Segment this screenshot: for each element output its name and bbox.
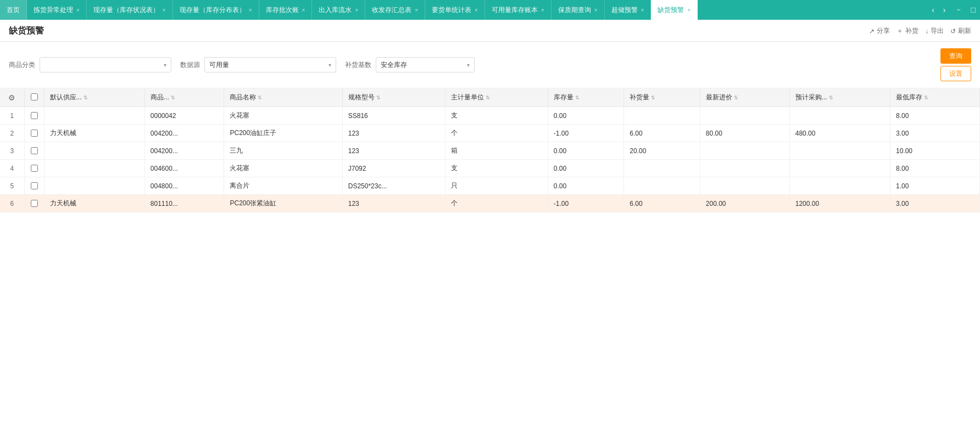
row-checkbox[interactable] xyxy=(31,165,38,172)
row-spec: 123 xyxy=(342,125,445,142)
table-body: 10000042火花塞SS816支0.008.002力天机械004200...P… xyxy=(0,107,980,212)
row-checkbox[interactable] xyxy=(31,147,38,154)
tab-collect-summary[interactable]: 收发存汇总表 × xyxy=(365,0,425,20)
tab-next-button[interactable]: › xyxy=(939,5,950,14)
table-row: 6力天机械801110...PC200张紧油缸123个-1.006.00200.… xyxy=(0,195,980,212)
row-checkbox[interactable] xyxy=(31,130,38,137)
tab-shortage[interactable]: 缺货预警 × xyxy=(651,0,698,20)
col-header-replenish-qty[interactable]: 补货量 ⇅ xyxy=(624,88,700,107)
category-select[interactable]: ▾ xyxy=(40,57,171,72)
tab-close-batch-account[interactable]: × xyxy=(302,7,305,13)
row-unit: 箱 xyxy=(445,142,548,160)
export-button[interactable]: ↓ 导出 xyxy=(925,26,944,36)
row-default-supplier xyxy=(44,142,144,160)
replenish-base-select[interactable]: 安全库存 ▾ xyxy=(376,57,475,72)
row-min-stock: 8.00 xyxy=(890,107,980,125)
tab-stock-dist[interactable]: 现存量（库存分布表） × xyxy=(173,0,259,20)
tab-close-order-stats[interactable]: × xyxy=(475,7,478,13)
row-product-code: 801110... xyxy=(144,195,224,212)
tab-inout-flow[interactable]: 出入库流水 × xyxy=(312,0,365,20)
sort-icon-supplier: ⇅ xyxy=(83,95,88,100)
datasource-select-value: 可用量 xyxy=(209,60,229,70)
tab-overstock[interactable]: 超储预警 × xyxy=(605,0,652,20)
row-replenish-qty xyxy=(624,177,700,195)
tab-close-collect-summary[interactable]: × xyxy=(415,7,418,13)
row-index: 2 xyxy=(0,125,24,142)
col-header-stock-qty[interactable]: 库存量 ⇅ xyxy=(548,88,623,107)
gear-icon[interactable]: ⚙ xyxy=(8,93,15,102)
tab-expiry-query[interactable]: 保质期查询 × xyxy=(552,0,605,20)
replenish-base-chevron-icon: ▾ xyxy=(467,62,470,68)
header-actions: ↗ 分享 ＋ 补货 ↓ 导出 ↺ 刷新 xyxy=(869,26,971,36)
row-latest-price: 200.00 xyxy=(700,195,789,212)
row-spec: 123 xyxy=(342,195,445,212)
datasource-label: 数据源 xyxy=(180,60,200,70)
row-checkbox-cell xyxy=(24,195,44,212)
export-icon: ↓ xyxy=(925,27,928,35)
row-spec: DS250*23c... xyxy=(342,177,445,195)
tab-available-ledger[interactable]: 可用量库存账本 × xyxy=(485,0,552,20)
tab-close-available-ledger[interactable]: × xyxy=(541,7,544,13)
sort-icon-product-name: ⇅ xyxy=(258,95,262,100)
row-min-stock: 10.00 xyxy=(890,142,980,160)
row-checkbox[interactable] xyxy=(31,112,38,119)
row-checkbox[interactable] xyxy=(31,182,38,189)
tab-close-overstock[interactable]: × xyxy=(641,7,644,13)
tab-close-stock-dist[interactable]: × xyxy=(249,7,252,13)
share-button[interactable]: ↗ 分享 xyxy=(869,26,890,36)
row-min-stock: 3.00 xyxy=(890,125,980,142)
row-default-supplier xyxy=(44,107,144,125)
tab-stock-status[interactable]: 现存量（库存状况表） × xyxy=(87,0,173,20)
row-checkbox[interactable] xyxy=(31,200,38,207)
tab-close-shortage[interactable]: × xyxy=(687,7,691,13)
row-checkbox-cell xyxy=(24,107,44,125)
col-header-estimated-purchase[interactable]: 预计采购... ⇅ xyxy=(789,88,890,107)
col-header-product-name[interactable]: 商品名称 ⇅ xyxy=(224,88,342,107)
replenish-base-label: 补货基数 xyxy=(345,60,371,70)
tab-close-exception[interactable]: × xyxy=(76,7,80,13)
row-stock-qty: 0.00 xyxy=(548,160,623,177)
col-header-spec[interactable]: 规格型号 ⇅ xyxy=(342,88,445,107)
tab-order-stats[interactable]: 要货单统计表 × xyxy=(425,0,485,20)
sort-icon-latest-price: ⇅ xyxy=(734,95,738,100)
table-header-row: ⚙ 默认供应... ⇅ 商品 xyxy=(0,88,980,107)
refresh-button[interactable]: ↺ 刷新 xyxy=(950,26,971,36)
row-product-name: 离合片 xyxy=(224,177,342,195)
row-estimated-purchase: 480.00 xyxy=(789,125,890,142)
col-header-min-stock[interactable]: 最低库存 ⇅ xyxy=(890,88,980,107)
page-header: 缺货预警 ↗ 分享 ＋ 补货 ↓ 导出 ↺ 刷新 xyxy=(0,20,980,42)
datasource-select[interactable]: 可用量 ▾ xyxy=(204,57,336,72)
row-latest-price: 80.00 xyxy=(700,125,789,142)
tab-batch-account[interactable]: 库存批次账 × xyxy=(259,0,313,20)
sort-icon-replenish-qty: ⇅ xyxy=(651,95,655,100)
row-replenish-qty: 6.00 xyxy=(624,125,700,142)
main-content: 缺货预警 ↗ 分享 ＋ 补货 ↓ 导出 ↺ 刷新 xyxy=(0,20,980,437)
col-header-product-code[interactable]: 商品... ⇅ xyxy=(144,88,224,107)
tab-close-expiry-query[interactable]: × xyxy=(594,7,598,13)
settings-button[interactable]: 设置 xyxy=(940,66,971,81)
row-product-code: 004800... xyxy=(144,177,224,195)
table-row: 2力天机械004200...PC200油缸庄子123个-1.006.0080.0… xyxy=(0,125,980,142)
row-default-supplier: 力天机械 xyxy=(44,195,144,212)
col-header-settings[interactable]: ⚙ xyxy=(0,88,24,107)
row-index: 3 xyxy=(0,142,24,160)
tab-exception[interactable]: 拣货异常处理 × xyxy=(27,0,87,20)
select-all-checkbox[interactable] xyxy=(31,93,38,100)
row-index: 1 xyxy=(0,107,24,125)
tab-home[interactable]: 首页 xyxy=(0,0,27,20)
sort-icon-product-code: ⇅ xyxy=(171,95,175,100)
row-unit: 支 xyxy=(445,107,548,125)
tab-close-stock-status[interactable]: × xyxy=(163,7,166,13)
query-button[interactable]: 查询 xyxy=(940,48,971,64)
tab-maximize-button[interactable]: □ xyxy=(967,5,980,14)
row-product-name: 火花塞 xyxy=(224,107,342,125)
tab-prev-button[interactable]: ‹ xyxy=(927,5,939,14)
replenish-button[interactable]: ＋ 补货 xyxy=(897,26,918,36)
col-header-latest-price[interactable]: 最新进价 ⇅ xyxy=(700,88,789,107)
tab-close-inout-flow[interactable]: × xyxy=(355,7,358,13)
row-product-code: 004600... xyxy=(144,160,224,177)
col-header-unit[interactable]: 主计量单位 ⇅ xyxy=(445,88,548,107)
col-header-default-supplier[interactable]: 默认供应... ⇅ xyxy=(44,88,144,107)
row-latest-price xyxy=(700,107,789,125)
tab-minimize-button[interactable]: － xyxy=(950,5,967,15)
